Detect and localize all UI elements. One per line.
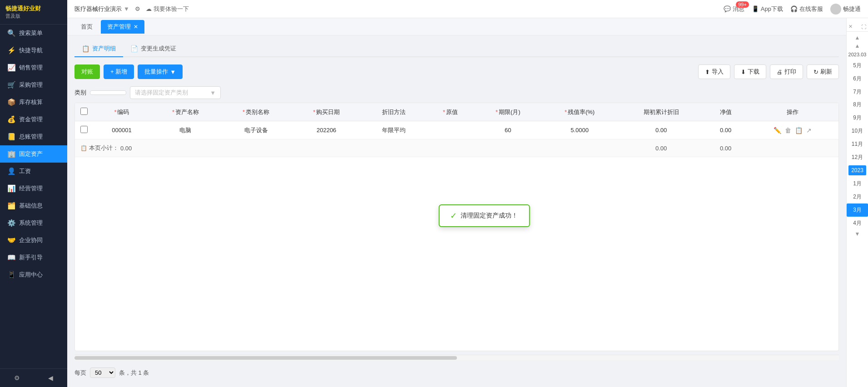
edit-icon[interactable]: ✏️ — [774, 127, 781, 134]
import-button[interactable]: ⬆ 导入 — [698, 64, 730, 79]
category-input[interactable]: 请选择固定资产类别 ▼ — [130, 86, 221, 99]
tabs-bar: 首页 资产管理 ✕ — [67, 18, 846, 35]
month-7[interactable]: 7月 — [847, 85, 868, 99]
tab-asset-label: 资产管理 — [107, 23, 131, 31]
sidebar-item-basic-info[interactable]: 🗂️基础信息 — [0, 197, 67, 214]
sidebar-item-inventory[interactable]: 📦库存核算 — [0, 94, 67, 111]
td-net-value: 0.00 — [704, 121, 747, 139]
sidebar-icon-search: 🔍 — [7, 29, 15, 37]
year-marker: 2023 — [848, 165, 866, 175]
th-period: *期限(月) — [475, 103, 541, 121]
panel-up-arrow[interactable]: ▲ — [847, 34, 868, 42]
refresh-button[interactable]: ↻ 刷新 — [807, 64, 839, 79]
total-label: 条，共 1 条 — [119, 369, 149, 377]
topbar-message[interactable]: 💬 消息 99+ — [724, 5, 744, 13]
download-icon: ⬇ — [741, 69, 746, 75]
sidebar-item-quick-nav[interactable]: ⚡快捷导航 — [0, 42, 67, 59]
import-icon: ⬆ — [705, 69, 710, 75]
month-1[interactable]: 1月 — [847, 177, 868, 190]
topbar-gear-icon[interactable]: ⚙ — [135, 5, 140, 12]
month-8[interactable]: 8月 — [847, 98, 868, 111]
settings-icon[interactable]: ⚙ — [10, 372, 24, 383]
panel-down-arrow[interactable]: ▼ — [847, 230, 868, 238]
topbar-user[interactable]: 畅捷通 — [830, 4, 861, 15]
topbar-experience[interactable]: ☁ 我要体验一下 — [146, 5, 189, 13]
topbar-service[interactable]: 🎧 在线客服 — [790, 5, 823, 13]
subtab-detail-icon: 📋 — [82, 45, 89, 52]
right-panel-expand-icon[interactable]: ⛶ — [861, 24, 866, 30]
sidebar-item-management[interactable]: 📊经营管理 — [0, 180, 67, 197]
reconcile-button[interactable]: 对账 — [74, 64, 100, 79]
sidebar-icon-app-center: 📱 — [7, 271, 15, 279]
month-4[interactable]: 4月 — [847, 217, 868, 230]
row-checkbox[interactable] — [80, 126, 88, 133]
sidebar-label-sys-mgmt: 系统管理 — [19, 219, 43, 227]
subtotal-empty2 — [475, 139, 541, 157]
delete-icon[interactable]: 🗑 — [785, 127, 791, 134]
td-buy-date: 202206 — [291, 121, 362, 139]
sidebar-label-inventory: 库存核算 — [19, 98, 43, 106]
sidebar-item-purchase[interactable]: 🛒采购管理 — [0, 76, 67, 94]
topbar-app-download[interactable]: 📱 App下载 — [752, 5, 783, 13]
more-icon[interactable]: ↗ — [806, 127, 812, 134]
sidebar-item-guide[interactable]: 📖新手引导 — [0, 249, 67, 266]
page-size-select[interactable]: 50 100 — [90, 367, 115, 378]
sidebar-label-quick-nav: 快捷导航 — [19, 46, 43, 55]
batch-button[interactable]: 批量操作 ▼ — [138, 64, 183, 79]
tab-close-icon[interactable]: ✕ — [134, 24, 138, 30]
company-dropdown-arrow[interactable]: ▼ — [124, 5, 129, 12]
add-button[interactable]: + 新增 — [104, 64, 134, 79]
month-6[interactable]: 6月 — [847, 72, 868, 85]
download-button[interactable]: ⬇ 下载 — [734, 64, 766, 79]
print-button[interactable]: 🖨 打印 — [770, 64, 803, 79]
sidebar-label-management: 经营管理 — [19, 184, 43, 193]
tab-asset-mgmt[interactable]: 资产管理 ✕ — [101, 20, 144, 34]
sidebar-item-general-ledger[interactable]: 📒总账管理 — [0, 128, 67, 145]
td-original-value — [426, 121, 475, 139]
scroll-bar[interactable] — [74, 356, 457, 360]
sidebar-icon-inventory: 📦 — [7, 98, 15, 106]
sidebar-item-sales[interactable]: 📈销售管理 — [0, 59, 67, 76]
td-action: ✏️ 🗑 📋 ↗ — [747, 121, 838, 139]
subtab-asset-detail[interactable]: 📋 资产明细 — [74, 41, 123, 57]
month-10[interactable]: 10月 — [847, 124, 868, 138]
month-3[interactable]: 3月 — [847, 203, 868, 217]
subtab-change-voucher[interactable]: 📄 变更生成凭证 — [123, 41, 184, 57]
month-2[interactable]: 2月 — [847, 190, 868, 203]
select-all-checkbox[interactable] — [80, 108, 88, 115]
sidebar-item-search[interactable]: 🔍搜索菜单 — [0, 25, 67, 42]
logo-sub: 普及版 — [5, 13, 62, 20]
tab-home[interactable]: 首页 — [74, 20, 99, 34]
month-11[interactable]: 11月 — [847, 138, 868, 151]
panel-up-arrows: ▲ ▲ — [847, 34, 868, 50]
sidebar-item-enterprise[interactable]: 🤝企业协同 — [0, 232, 67, 249]
table-header-row: *编码 *资产名称 *类别名称 *购买日期 折旧方法 *原值 *期限(月) *残… — [75, 103, 838, 121]
category-select[interactable] — [90, 90, 126, 95]
th-name: *资产名称 — [150, 103, 221, 121]
sidebar-item-app-center[interactable]: 📱应用中心 — [0, 266, 67, 283]
sidebar-icon-quick-nav: ⚡ — [7, 46, 15, 55]
sidebar-item-sys-mgmt[interactable]: ⚙️系统管理 — [0, 214, 67, 232]
panel-up-arrow2[interactable]: ▲ — [847, 42, 868, 50]
th-original-value: *原值 — [426, 103, 475, 121]
month-12[interactable]: 12月 — [847, 151, 868, 164]
month-9[interactable]: 9月 — [847, 111, 868, 124]
month-5[interactable]: 5月 — [847, 59, 868, 72]
topbar-right: 💬 消息 99+ 📱 App下载 🎧 在线客服 畅捷通 — [724, 4, 861, 15]
topbar-company[interactable]: 医疗器械行业演示 ▼ — [74, 5, 129, 13]
td-residual-rate: 5.0000 — [541, 121, 618, 139]
refresh-icon: ↻ — [813, 69, 818, 75]
sidebar-item-fixed-assets[interactable]: 🏢固定资产 — [0, 145, 67, 163]
download-label: 下载 — [748, 68, 759, 76]
copy-icon[interactable]: 📋 — [795, 127, 803, 134]
success-toast: ✓ 清理固定资产成功！ — [438, 204, 530, 227]
right-panel-close-icon[interactable]: ✕ — [848, 24, 853, 30]
collapse-icon[interactable]: ◀ — [45, 372, 57, 383]
td-name: 电脑 — [150, 121, 221, 139]
subtotal-empty3 — [541, 139, 618, 157]
sidebar-item-fund[interactable]: 💰资金管理 — [0, 111, 67, 128]
sidebar-item-payroll[interactable]: 👤工资 — [0, 163, 67, 180]
category-label: 类别 — [74, 89, 86, 97]
sidebar-nav: 🔍搜索菜单⚡快捷导航📈销售管理🛒采购管理📦库存核算💰资金管理📒总账管理🏢固定资产… — [0, 25, 67, 368]
subtotal-net: 0.00 — [704, 139, 747, 157]
